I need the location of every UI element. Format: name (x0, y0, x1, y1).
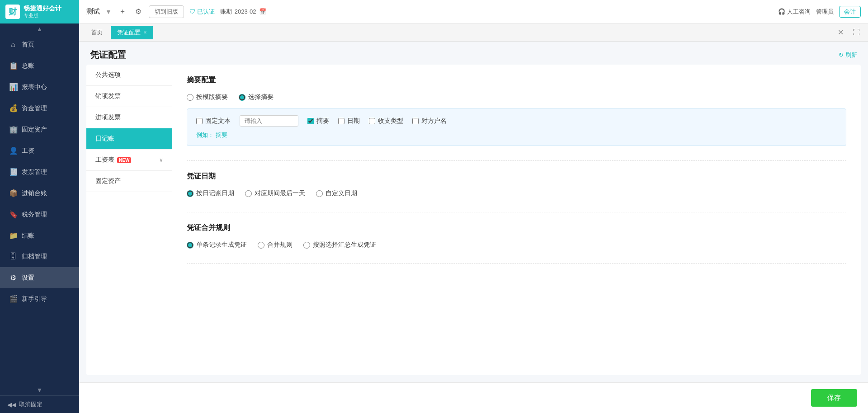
support-label: 人工咨询 (787, 8, 811, 16)
tab-home[interactable]: 首页 (85, 26, 109, 39)
sidebar-item-sales[interactable]: 📦 进销台账 (0, 183, 79, 204)
last-day-radio-input[interactable] (245, 190, 252, 197)
merge-rule-label: 合并规则 (267, 241, 292, 249)
refresh-btn[interactable]: ↻ 刷新 (839, 51, 857, 59)
add-btn[interactable]: ＋ (117, 5, 128, 18)
summary-template-radio[interactable]: 按模版摘要 (187, 93, 228, 101)
date-checkbox-input[interactable] (338, 118, 344, 124)
cancel-fixed-label: 取消固定 (19, 400, 42, 408)
left-nav-item-sales-invoice[interactable]: 销项发票 (86, 86, 172, 107)
journal-date-radio[interactable]: 按日记账日期 (187, 189, 234, 197)
summary-select-radio[interactable]: 选择摘要 (239, 93, 274, 101)
divider-3 (187, 263, 846, 264)
left-nav-item-payroll[interactable]: 工资表 NEW ∨ (86, 150, 172, 171)
select-merge-radio-input[interactable] (303, 242, 310, 249)
home-icon: ⌂ (9, 41, 17, 49)
tab-voucher-config[interactable]: 凭证配置 × (111, 26, 153, 39)
payment-type-label: 收支类型 (378, 117, 403, 125)
close-period-icon: 📁 (9, 231, 17, 240)
sidebar-scroll-down[interactable]: ▼ (0, 385, 79, 395)
template-radio-label: 按模版摘要 (196, 93, 228, 101)
sidebar-item-settings[interactable]: ⚙ 设置 (0, 267, 79, 288)
left-nav-item-purchase-invoice[interactable]: 进项发票 (86, 107, 172, 128)
fullscreen-btn[interactable]: ⛶ (850, 28, 863, 38)
sidebar-item-archive[interactable]: 🗄 归档管理 (0, 246, 79, 267)
custom-date-radio-input[interactable] (316, 190, 323, 197)
custom-date-radio[interactable]: 自定义日期 (316, 189, 357, 197)
sidebar-scroll-up[interactable]: ▲ (0, 23, 79, 34)
invoice-icon: 🧾 (9, 168, 17, 176)
sidebar-item-label: 报表中心 (22, 83, 47, 91)
select-merge-radio[interactable]: 按照选择汇总生成凭证 (303, 241, 376, 249)
fixed-text-checkbox[interactable]: 固定文本 (196, 117, 231, 125)
page: 凭证配置 ↻ 刷新 公共选项 销项发票 进项发票 (79, 42, 868, 413)
fixed-text-label: 固定文本 (205, 117, 231, 125)
calendar-icon[interactable]: 📅 (259, 8, 266, 15)
sidebar-item-report[interactable]: 📊 报表中心 (0, 76, 79, 98)
sidebar-item-close[interactable]: 📁 结账 (0, 225, 79, 246)
custom-date-label: 自定义日期 (326, 189, 357, 197)
template-radio-input[interactable] (187, 94, 193, 101)
cancel-fixed-btn[interactable]: ◀◀ 取消固定 (0, 395, 79, 413)
last-day-radio[interactable]: 对应期间最后一天 (245, 189, 305, 197)
save-btn[interactable]: 保存 (811, 389, 857, 407)
journal-date-radio-input[interactable] (187, 190, 193, 197)
payment-type-checkbox[interactable]: 收支类型 (369, 117, 403, 125)
sidebar-logo: 财 畅捷通好会计 专业版 (0, 0, 79, 23)
payment-type-checkbox-input[interactable] (369, 118, 375, 124)
left-nav-item-fixed-assets[interactable]: 固定资产 (86, 171, 172, 192)
single-record-radio-input[interactable] (187, 242, 193, 249)
period-value: 2023-02 (235, 8, 256, 15)
single-record-label: 单条记录生成凭证 (196, 241, 247, 249)
sidebar-item-ledger[interactable]: 📋 总账 (0, 55, 79, 76)
date-label: 日期 (347, 117, 360, 125)
fixed-text-input[interactable] (240, 115, 298, 127)
sidebar-item-tax[interactable]: 🔖 税务管理 (0, 204, 79, 225)
sidebar-item-label: 设置 (22, 274, 34, 282)
example-text: 例如： 摘要 (196, 131, 837, 139)
merge-section: 凭证合并规则 单条记录生成凭证 合并规则 (187, 223, 846, 249)
logo-edition: 专业版 (24, 12, 61, 19)
expand-arrow-icon[interactable]: ∨ (159, 157, 163, 163)
counterparty-checkbox-input[interactable] (412, 118, 419, 124)
left-nav-item-journal[interactable]: 日记账 (86, 128, 172, 150)
refresh-label: 刷新 (845, 51, 857, 59)
close-window-btn[interactable]: ✕ (835, 27, 846, 38)
assets-icon: 🏢 (9, 125, 17, 134)
archive-icon: 🗄 (9, 253, 17, 261)
sidebar: 财 畅捷通好会计 专业版 ▲ ⌂ 首页 📋 总账 📊 报表中心 💰 资金管理 🏢… (0, 0, 79, 413)
tab-active-label: 凭证配置 (117, 28, 141, 37)
company-dropdown-icon[interactable]: ▼ (105, 8, 112, 15)
select-radio-input[interactable] (239, 94, 245, 101)
period-label: 账期 (220, 8, 232, 16)
summary-checkbox-input[interactable] (307, 118, 314, 124)
sidebar-item-fund[interactable]: 💰 资金管理 (0, 98, 79, 119)
merge-rule-radio[interactable]: 合并规则 (258, 241, 292, 249)
single-record-radio[interactable]: 单条记录生成凭证 (187, 241, 247, 249)
sidebar-item-invoice[interactable]: 🧾 发票管理 (0, 161, 79, 183)
summary-checkbox-container: 固定文本 摘要 日期 (187, 108, 846, 146)
sidebar-item-guide[interactable]: 🎬 新手引导 (0, 288, 79, 310)
support-btn[interactable]: 🎧 人工咨询 (778, 8, 811, 16)
role-btn[interactable]: 会计 (839, 6, 861, 18)
tax-icon: 🔖 (9, 210, 17, 219)
fixed-text-checkbox-input[interactable] (196, 118, 203, 124)
date-checkbox[interactable]: 日期 (338, 117, 360, 125)
tab-close-icon[interactable]: × (143, 29, 147, 36)
content-area: 凭证配置 ↻ 刷新 公共选项 销项发票 进项发票 (79, 42, 868, 413)
left-nav-item-public[interactable]: 公共选项 (86, 65, 172, 86)
counterparty-checkbox[interactable]: 对方户名 (412, 117, 447, 125)
merge-section-title: 凭证合并规则 (187, 223, 846, 233)
user-name[interactable]: 管理员 (816, 8, 834, 16)
topbar: 测试 ▼ ＋ ⚙ 切到旧版 🛡 已认证 账期 2023-02 📅 🎧 人工咨询 … (79, 0, 868, 23)
summary-checkbox[interactable]: 摘要 (307, 117, 329, 125)
example-value: 摘要 (216, 131, 227, 138)
settings-btn[interactable]: ⚙ (133, 5, 143, 18)
date-section: 凭证日期 按日记账日期 对应期间最后一天 (187, 172, 846, 197)
switch-version-btn[interactable]: 切到旧版 (149, 5, 184, 18)
sidebar-item-assets[interactable]: 🏢 固定资产 (0, 119, 79, 140)
sidebar-item-salary[interactable]: 👤 工资 (0, 140, 79, 161)
sidebar-item-label: 归档管理 (22, 253, 47, 261)
sidebar-item-home[interactable]: ⌂ 首页 (0, 34, 79, 55)
merge-rule-radio-input[interactable] (258, 242, 264, 249)
